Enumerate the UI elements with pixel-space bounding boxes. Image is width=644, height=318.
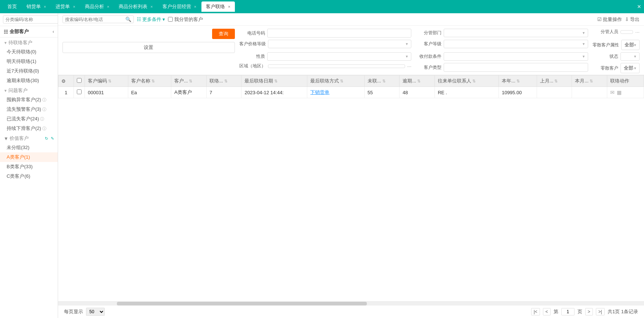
nav-tab-customer-contact[interactable]: 客户联络 × [201,1,235,12]
sidebar-item-c-class[interactable]: C类客户(6) [0,172,58,181]
nav-tab-home[interactable]: 首页 [3,1,21,12]
sidebar-collapse-icon[interactable]: ‹ [53,29,54,34]
settings-gear-icon[interactable]: ⚙ [61,78,66,84]
row-checkbox[interactable] [77,89,82,94]
settings-btn[interactable]: 设置 [62,42,235,53]
analysis-list-tab-label: 商品分析列表 [119,3,147,10]
retail-label: 零散客户 [593,65,618,71]
sidebar-item-overdue[interactable]: 逾期未联络(30) [0,76,58,85]
manager-select[interactable] [620,30,633,34]
nav-tab-purchase[interactable]: 进货单 × [51,1,79,12]
value-edit-icon[interactable]: ✎ [51,136,54,141]
row-last-method[interactable]: 下销货单 [310,89,329,95]
page-input[interactable] [561,308,575,315]
phone-input[interactable] [267,29,412,38]
row-contact-count: 7 [210,90,212,95]
dept-select[interactable]: ▾ [444,29,588,37]
first-page-btn[interactable]: |< [531,308,540,315]
sidebar-item-7days[interactable]: 近7天待联络(0) [0,66,58,76]
select-all-checkbox[interactable] [77,78,82,83]
prev-page-btn[interactable]: < [543,308,551,315]
filter-search-icon[interactable]: 🔍 [125,17,131,22]
col-type-sort[interactable]: ⇅ [189,79,192,84]
table-area: ⚙ 客户编码 ⇅ 客户名称 [58,75,644,301]
status-select[interactable]: ▾ [620,52,640,61]
next-page-btn[interactable]: > [585,308,593,315]
sidebar-item-a-class[interactable]: A类客户(1) [0,152,58,162]
customer-mgmt-tab-close[interactable]: × [194,4,196,9]
query-btn[interactable]: 查询 [212,29,235,39]
col-header-settings[interactable]: ⚙ [58,75,74,87]
price-level-select[interactable]: ▾ [268,40,412,48]
nav-tab-analysis-list[interactable]: 商品分析列表 × [114,1,157,12]
filter-search-wrap: 🔍 [62,15,134,23]
sidebar-item-declining[interactable]: 持续下滑客户(2) ⓘ [0,124,58,133]
nav-tab-sales[interactable]: 销货单 × [22,1,50,12]
per-page-select[interactable]: 50 100 200 [86,308,105,316]
col-last-month-sort[interactable]: ⇅ [554,79,558,84]
chat-icon[interactable]: ✉ [610,89,615,95]
col-name-sort[interactable]: ⇅ [151,79,155,84]
col-code-sort[interactable]: ⇅ [108,79,111,84]
sidebar-item-today[interactable]: 今天待联络(0) [0,47,58,57]
analysis-tab-close[interactable]: × [107,4,109,9]
sidebar-item-abnormal[interactable]: 囤购异常客户(2) ⓘ [0,95,58,105]
sidebar-group-pending[interactable]: ▼ 待联络客户 [0,38,58,47]
retail-attr-select[interactable]: 全部 ▾ [621,40,640,50]
col-last-method-sort[interactable]: ⇅ [340,79,343,84]
col-this-month-sort[interactable]: ⇅ [590,79,593,84]
sidebar-group-value: ▼ 价值客户 ↻ ✎ [0,133,58,143]
value-refresh-icon[interactable]: ↻ [45,136,48,141]
window-close-btn[interactable]: × [637,3,641,11]
sidebar-all-customers[interactable]: ☷ 全部客户 ‹ [0,26,58,38]
sidebar-item-tomorrow[interactable]: 明天待联络(1) [0,57,58,66]
sidebar: 🔍 ☷ 全部客户 ‹ ▼ 待联络客户 今天待联络(0) 明天待联络(1) 近7天… [0,13,58,318]
region-select[interactable] [268,64,405,68]
customer-contact-tab-close[interactable]: × [228,4,230,9]
col-no-contact-sort[interactable]: ⇅ [382,79,386,84]
my-customers-checkbox[interactable] [168,17,173,22]
adv-filter-area: 电话号码 分管部门 ▾ 分管人员 ··· [58,26,644,75]
retail-select[interactable]: 全部 ▾ [620,63,640,73]
price-level-label: 客户价格等级 [239,41,266,47]
sidebar-item-b-class[interactable]: B类客户(33) [0,162,58,172]
retail-attr-chevron: ▾ [634,43,636,47]
row-no-contact: 55 [368,90,373,95]
manager-dots[interactable]: ··· [635,29,640,35]
row-type-cell: A类客户 [171,87,207,98]
col-header-no-contact: 未联... ⇅ [364,75,400,87]
my-customers-wrap[interactable]: 我分管的客户 [168,16,203,23]
export-btn[interactable]: ⇩ 导出 [625,16,640,23]
customer-type-input[interactable] [444,63,588,72]
payment-chevron: ▾ [583,54,585,59]
payment-select[interactable]: ▾ [444,52,588,61]
col-overdue-sort[interactable]: ⇅ [417,79,421,84]
filter-search-input[interactable] [65,17,124,22]
scrollbar-thumb[interactable] [117,302,367,305]
nav-tab-customer-mgmt[interactable]: 客户分层经营 × [158,1,201,12]
nature-select[interactable]: ▾ [267,52,412,61]
horizontal-scrollbar[interactable] [58,301,644,305]
sidebar-item-at-risk[interactable]: 流失预警客户(3) ⓘ [0,105,58,114]
col-contact-count-sort[interactable]: ⇅ [224,79,228,84]
table-footer: 每页显示 50 100 200 |< < 第 页 > >| 共1页 1条记录 [58,305,644,318]
batch-op-btn[interactable]: ☑ 批量操作 [597,16,622,23]
sidebar-search-input[interactable] [3,15,58,24]
filter-more-btn[interactable]: ☷ 更多条件 ▾ [137,16,165,23]
analysis-list-tab-close[interactable]: × [150,4,153,9]
filter-row-customer-type: 客户类型 [416,63,588,72]
col-last-date-sort[interactable]: ⇅ [274,79,278,84]
col-contact-person-sort[interactable]: ⇅ [472,79,476,84]
region-dots[interactable]: ··· [407,63,412,69]
analysis-tab-label: 商品分析 [85,3,104,10]
sidebar-item-lost[interactable]: 已流失客户(24) ⓘ [0,114,58,124]
col-this-year-sort[interactable]: ⇅ [516,79,520,84]
sidebar-group-problem[interactable]: ▼ 问题客户 [0,85,58,95]
sidebar-item-ungroup[interactable]: 未分组(32) [0,143,58,152]
nav-tab-analysis[interactable]: 商品分析 × [80,1,114,12]
purchase-tab-close[interactable]: × [73,4,75,9]
last-page-btn[interactable]: >| [596,308,605,315]
sales-tab-close[interactable]: × [44,4,46,9]
customer-level-select[interactable]: ▾ [444,40,588,48]
qr-icon[interactable]: ▦ [617,89,622,95]
